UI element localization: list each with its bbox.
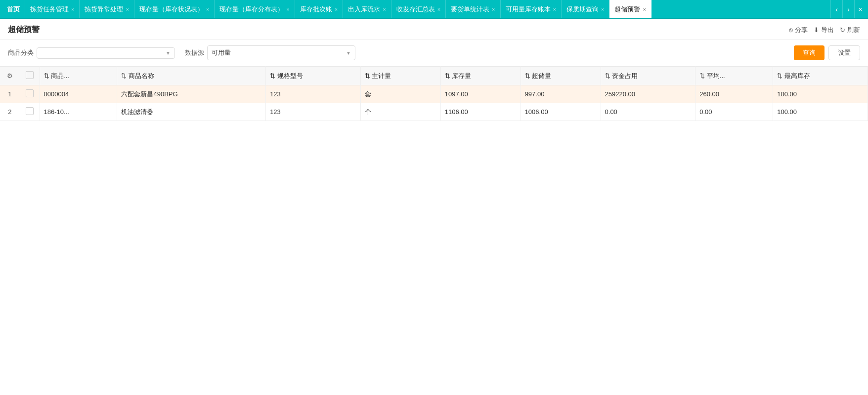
nav-arrow-left[interactable]: ‹ — [830, 0, 842, 19]
select-all-checkbox[interactable] — [26, 71, 34, 79]
settings-button[interactable]: 设置 — [828, 45, 860, 60]
category-select[interactable]: ▼ — [37, 47, 175, 59]
datasource-filter: 数据源 可用量 ▼ — [185, 45, 355, 60]
close-summary-tab[interactable]: × — [437, 6, 440, 12]
row-checkbox-cell[interactable] — [20, 85, 40, 103]
col-spec[interactable]: ⇅ 规格型号 — [266, 67, 361, 85]
batch-tab-label: 库存批次账 — [300, 5, 332, 14]
overstock-tab-label: 超储预警 — [614, 5, 640, 14]
nav-arrow-more[interactable]: × — [854, 0, 866, 19]
row-spec: 123 — [266, 103, 361, 121]
nav-arrow-right[interactable]: › — [842, 0, 854, 19]
row-avg: 0.00 — [695, 103, 773, 121]
close-order-stat-tab[interactable]: × — [492, 6, 495, 12]
col-capital[interactable]: ⇅ 资金占用 — [601, 67, 695, 85]
expiry-tab-label: 保质期查询 — [566, 5, 599, 14]
stock-status-tab-label: 现存量（库存状况表） — [139, 5, 204, 14]
stock-dist-tab-label: 现存量（库存分布表） — [219, 5, 284, 14]
col-overstock[interactable]: ⇅ 超储量 — [521, 67, 601, 85]
nav-tab-overstock[interactable]: 超储预警 × — [609, 0, 651, 19]
nav-tab-home[interactable]: 首页 — [2, 0, 25, 19]
share-button[interactable]: ⎋ 分享 — [789, 26, 808, 35]
page-title: 超储预警 — [8, 25, 40, 35]
close-batch-tab[interactable]: × — [335, 6, 338, 12]
overstock-sort-icon: ⇅ — [525, 72, 530, 79]
row-product-code: 0000004 — [40, 85, 117, 103]
row-spec: 123 — [266, 85, 361, 103]
page-header: 超储预警 ⎋ 分享 ⬇ 导出 ↻ 刷新 — [0, 19, 868, 40]
col-settings[interactable]: ⚙ — [0, 67, 20, 85]
nav-arrows: ‹ › × — [830, 0, 866, 19]
table-container: ⚙ ⇅ 商品... ⇅ 商品名称 ⇅ 规格型号 — [0, 66, 868, 121]
close-inout-tab[interactable]: × — [383, 6, 386, 12]
table-body: 1 0000004 六配套新昌490BPG 123 套 1097.00 997.… — [0, 85, 868, 121]
share-icon: ⎋ — [789, 26, 793, 34]
row-stock: 1097.00 — [440, 85, 521, 103]
table-row: 2 186-10... 机油滤清器 123 个 1106.00 1006.00 … — [0, 103, 868, 121]
export-button[interactable]: ⬇ 导出 — [814, 26, 834, 35]
inout-tab-label: 出入库流水 — [348, 5, 380, 14]
nav-tab-summary[interactable]: 收发存汇总表 × — [391, 0, 446, 19]
row-stock: 1106.00 — [440, 103, 521, 121]
category-label: 商品分类 — [8, 48, 34, 57]
nav-tab-expiry[interactable]: 保质期查询 × — [562, 0, 609, 19]
export-label: 导出 — [821, 26, 834, 35]
nav-tab-stock-dist[interactable]: 现存量（库存分布表） × — [215, 0, 295, 19]
nav-tab-order-stat[interactable]: 要货单统计表 × — [446, 0, 500, 19]
col-stock[interactable]: ⇅ 库存量 — [440, 67, 521, 85]
col-checkbox[interactable] — [20, 67, 40, 85]
overstock-table: ⚙ ⇅ 商品... ⇅ 商品名称 ⇅ 规格型号 — [0, 66, 868, 121]
col-avg[interactable]: ⇅ 平均... — [695, 67, 773, 85]
datasource-label: 数据源 — [185, 48, 204, 57]
close-overstock-tab[interactable]: × — [643, 6, 646, 12]
stock-sort-icon: ⇅ — [445, 72, 450, 79]
row-checkbox[interactable] — [26, 89, 34, 97]
refresh-button[interactable]: ↻ 刷新 — [840, 26, 860, 35]
product-code-header: ⇅ — [44, 72, 49, 79]
close-task-tab[interactable]: × — [71, 6, 74, 12]
max-stock-sort-icon: ⇅ — [777, 72, 782, 79]
nav-tab-batch[interactable]: 库存批次账 × — [295, 0, 343, 19]
summary-tab-label: 收发存汇总表 — [396, 5, 435, 14]
top-navigation: 首页 拣货任务管理 × 拣货异常处理 × 现存量（库存状况表） × 现存量（库存… — [0, 0, 868, 19]
table-row: 1 0000004 六配套新昌490BPG 123 套 1097.00 997.… — [0, 85, 868, 103]
close-stock-dist-tab[interactable]: × — [286, 6, 289, 12]
row-checkbox-cell[interactable] — [20, 103, 40, 121]
query-button[interactable]: 查询 — [794, 45, 825, 60]
home-tab-label: 首页 — [7, 5, 20, 14]
nav-tab-inout[interactable]: 出入库流水 × — [343, 0, 391, 19]
row-avg: 260.00 — [695, 85, 773, 103]
nav-tab-task[interactable]: 拣货任务管理 × — [25, 0, 80, 19]
page-content: 超储预警 ⎋ 分享 ⬇ 导出 ↻ 刷新 商品分类 ▼ 数据源 — [0, 19, 868, 395]
share-label: 分享 — [795, 26, 808, 35]
row-capital: 0.00 — [601, 103, 695, 121]
datasource-dropdown-icon: ▼ — [346, 50, 351, 56]
row-capital: 259220.00 — [601, 85, 695, 103]
col-unit[interactable]: ⇅ 主计量 — [360, 67, 440, 85]
col-max-stock[interactable]: ⇅ 最高库存 — [773, 67, 868, 85]
refresh-label: 刷新 — [847, 26, 860, 35]
close-exception-tab[interactable]: × — [126, 6, 129, 12]
close-expiry-tab[interactable]: × — [601, 6, 604, 12]
refresh-icon: ↻ — [840, 26, 845, 34]
datasource-select-value: 可用量 — [212, 48, 231, 57]
row-product-name: 六配套新昌490BPG — [117, 85, 266, 103]
exception-tab-label: 拣货异常处理 — [85, 5, 123, 14]
close-stock-status-tab[interactable]: × — [206, 6, 209, 12]
order-stat-tab-label: 要货单统计表 — [451, 5, 489, 14]
datasource-select[interactable]: 可用量 ▼ — [207, 45, 355, 60]
row-max-stock: 100.00 — [773, 85, 868, 103]
row-unit: 套 — [360, 85, 440, 103]
close-available-tab[interactable]: × — [553, 6, 556, 12]
row-checkbox[interactable] — [26, 107, 34, 115]
task-tab-label: 拣货任务管理 — [30, 5, 69, 14]
nav-tab-available[interactable]: 可用量库存账本 × — [501, 0, 562, 19]
col-product-code[interactable]: ⇅ 商品... — [40, 67, 117, 85]
export-icon: ⬇ — [814, 26, 819, 34]
nav-tab-stock-status[interactable]: 现存量（库存状况表） × — [134, 0, 215, 19]
row-number: 2 — [0, 103, 20, 121]
col-product-name[interactable]: ⇅ 商品名称 — [117, 67, 266, 85]
filter-area: 商品分类 ▼ 数据源 可用量 ▼ 查询 设置 — [0, 40, 868, 66]
nav-tab-exception[interactable]: 拣货异常处理 × — [80, 0, 134, 19]
category-dropdown-icon: ▼ — [166, 50, 171, 56]
